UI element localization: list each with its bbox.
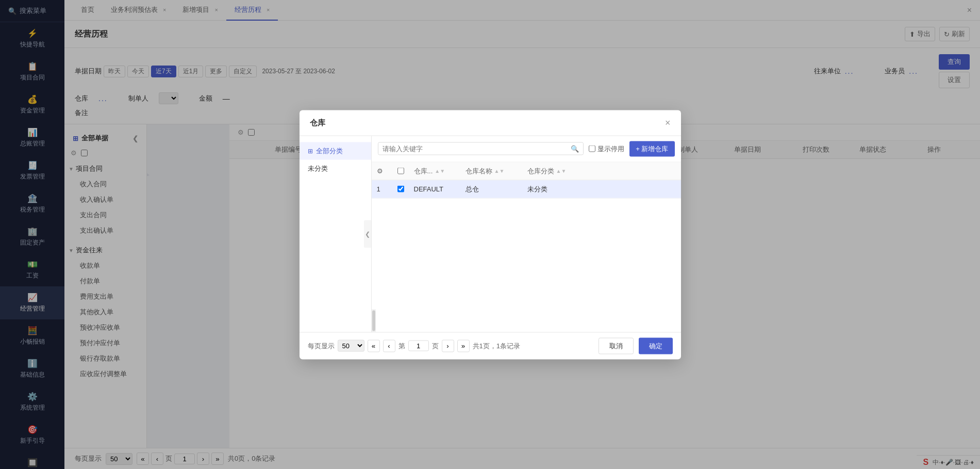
modal-body: ⊞ 全部分类 未分类 ❮ 🔍 显示停用 + 新增仓库: [300, 136, 681, 332]
th-settings-col: ⚙: [372, 162, 392, 180]
modal-left-all-label: 全部分类: [316, 146, 343, 155]
modal-summary: 共1页，1条记录: [473, 341, 520, 350]
modal-left-panel: ⊞ 全部分类 未分类 ❮: [300, 136, 372, 332]
modal-page-size-select[interactable]: 10 20 50 100: [338, 340, 364, 352]
td-category: 未分类: [522, 180, 584, 198]
sort-icon-code: ▲▼: [435, 168, 445, 173]
warehouse-modal: 仓库 × ⊞ 全部分类 未分类 ❮ 🔍: [300, 110, 681, 359]
show-disabled-text: 显示停用: [597, 144, 624, 153]
grid-icon: ⊞: [308, 147, 313, 154]
td-checkbox: [392, 180, 409, 198]
th-code-label: 仓库...: [414, 166, 433, 175]
cancel-button[interactable]: 取消: [599, 337, 634, 354]
modal-header: 仓库 ×: [300, 110, 681, 136]
modal-left-all[interactable]: ⊞ 全部分类: [300, 142, 371, 159]
modal-title: 仓库: [310, 118, 325, 127]
show-disabled-checkbox[interactable]: [589, 145, 595, 152]
add-warehouse-button[interactable]: + 新增仓库: [629, 141, 674, 156]
modal-table-header: ⚙ 仓库... ▲▼ 仓库名称 ▲▼ 仓库分类 ▲▼: [372, 162, 681, 180]
collapse-icon: ❮: [365, 230, 370, 237]
td-name: 总仓: [460, 180, 522, 198]
modal-pagination: 每页显示 10 20 50 100 « ‹ 第 页 › » 共1页，1条记录: [308, 339, 520, 352]
modal-page-size-label: 每页显示: [308, 341, 335, 350]
td-code: DEFAULT: [409, 180, 460, 198]
modal-left-unclassified[interactable]: 未分类: [300, 159, 371, 177]
modal-page-input[interactable]: [408, 341, 429, 351]
scroll-indicator: [372, 309, 376, 332]
modal-toolbar: 🔍 显示停用 + 新增仓库: [372, 136, 681, 162]
sort-icon-name: ▲▼: [494, 168, 505, 173]
table-row[interactable]: 1 DEFAULT 总仓 未分类: [372, 180, 681, 198]
modal-close-button[interactable]: ×: [665, 117, 671, 128]
panel-collapse-btn[interactable]: ❮: [364, 220, 371, 248]
modal-table: ⚙ 仓库... ▲▼ 仓库名称 ▲▼ 仓库分类 ▲▼: [372, 162, 681, 309]
modal-prev-page[interactable]: ‹: [383, 339, 395, 352]
modal-search-input[interactable]: [383, 145, 568, 153]
scroll-thumb: [372, 310, 375, 331]
modal-actions: 取消 确定: [599, 337, 673, 354]
modal-left-unclassified-label: 未分类: [308, 164, 328, 173]
th-name: 仓库名称 ▲▼: [460, 162, 522, 180]
row-checkbox[interactable]: [397, 186, 404, 192]
modal-last-page[interactable]: »: [457, 339, 470, 352]
modal-next-page[interactable]: ›: [442, 339, 454, 352]
modal-search-box[interactable]: 🔍: [378, 142, 584, 155]
modal-right-panel: 🔍 显示停用 + 新增仓库 ⚙ 仓库...: [372, 136, 681, 332]
show-disabled-label: 显示停用: [589, 144, 624, 153]
modal-page-unit: 页: [432, 341, 439, 350]
th-checkbox-col: [392, 162, 409, 180]
table-select-all-modal[interactable]: [397, 168, 404, 174]
th-category-label: 仓库分类: [527, 166, 554, 175]
modal-page-label: 第: [398, 341, 405, 350]
sort-icon-category: ▲▼: [556, 168, 567, 173]
td-settings: 1: [372, 180, 392, 198]
settings-col-icon[interactable]: ⚙: [377, 167, 383, 175]
th-code: 仓库... ▲▼: [409, 162, 460, 180]
th-name-label: 仓库名称: [466, 166, 492, 175]
th-category: 仓库分类 ▲▼: [522, 162, 584, 180]
confirm-button[interactable]: 确定: [639, 337, 673, 354]
modal-search-icon: 🔍: [571, 145, 579, 153]
modal-first-page[interactable]: «: [368, 339, 380, 352]
modal-footer: 每页显示 10 20 50 100 « ‹ 第 页 › » 共1页，1条记录 取…: [300, 332, 681, 359]
